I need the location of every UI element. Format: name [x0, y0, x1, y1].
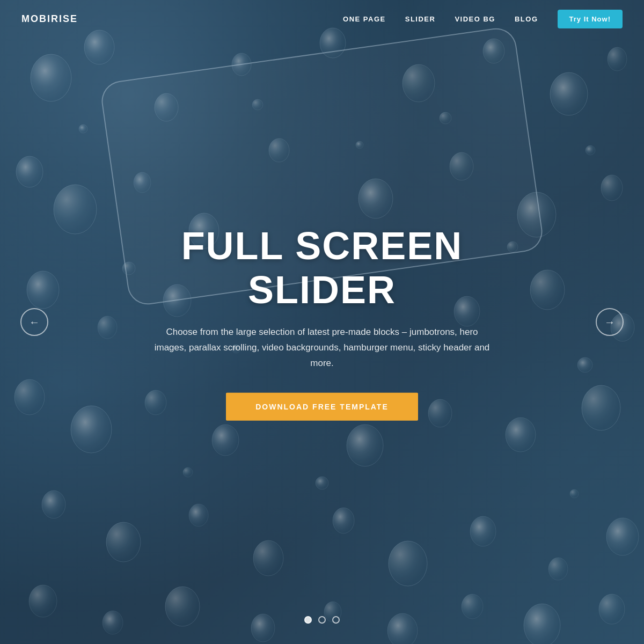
- slider-dot-1[interactable]: [304, 616, 312, 624]
- nav-link-slider[interactable]: SLIDER: [405, 15, 436, 23]
- svg-point-44: [165, 587, 200, 626]
- svg-point-0: [31, 54, 71, 101]
- arrow-left-icon: ←: [29, 316, 40, 328]
- svg-point-45: [251, 614, 275, 642]
- svg-point-18: [27, 271, 59, 309]
- svg-point-42: [29, 585, 57, 617]
- svg-point-43: [103, 611, 123, 634]
- svg-point-27: [212, 425, 239, 456]
- arrow-right-icon: →: [604, 316, 615, 328]
- slider-prev-button[interactable]: ←: [20, 308, 48, 336]
- nav-links: ONE PAGE SLIDER VIDEO BG BLOG Try It Now…: [343, 10, 623, 28]
- svg-point-35: [189, 504, 208, 526]
- svg-point-29: [347, 425, 383, 466]
- svg-point-37: [333, 508, 354, 533]
- slider-next-button[interactable]: →: [596, 308, 624, 336]
- svg-point-34: [106, 522, 141, 562]
- svg-point-39: [470, 516, 496, 546]
- hero-section: MOBIRISE ONE PAGE SLIDER VIDEO BG BLOG T…: [0, 0, 644, 644]
- nav-link-video-bg[interactable]: VIDEO BG: [455, 15, 495, 23]
- nav-cta-button[interactable]: Try It Now!: [558, 10, 623, 28]
- slider-dot-2[interactable]: [318, 616, 326, 624]
- hero-subtitle: Choose from the large selection of lates…: [150, 325, 494, 371]
- nav-link-one-page[interactable]: ONE PAGE: [343, 15, 386, 23]
- svg-point-22: [530, 270, 565, 310]
- svg-point-38: [389, 541, 427, 586]
- svg-point-32: [582, 385, 620, 430]
- svg-point-8: [608, 47, 627, 71]
- svg-point-48: [462, 594, 483, 619]
- svg-point-36: [253, 540, 283, 576]
- brand-logo: MOBIRISE: [21, 13, 78, 25]
- hero-content: FULL SCREEN SLIDER Choose from the large…: [113, 224, 531, 421]
- svg-point-49: [524, 604, 560, 644]
- hero-title: FULL SCREEN SLIDER: [113, 224, 531, 312]
- svg-point-55: [586, 145, 595, 155]
- svg-point-33: [42, 491, 65, 518]
- svg-point-60: [183, 467, 193, 477]
- svg-point-59: [577, 357, 592, 372]
- svg-point-7: [550, 72, 588, 115]
- slider-dots: [304, 616, 340, 624]
- svg-point-51: [79, 125, 87, 133]
- nav-link-blog[interactable]: BLOG: [515, 15, 538, 23]
- slider-dot-3[interactable]: [332, 616, 340, 624]
- svg-point-25: [71, 406, 112, 453]
- navbar: MOBIRISE ONE PAGE SLIDER VIDEO BG BLOG T…: [0, 0, 644, 38]
- svg-point-9: [16, 156, 43, 187]
- svg-point-40: [548, 558, 568, 580]
- svg-point-24: [14, 379, 45, 415]
- download-cta-button[interactable]: DOWNLOAD FREE TEMPLATE: [226, 392, 418, 420]
- svg-point-47: [387, 613, 418, 644]
- svg-point-31: [506, 418, 536, 452]
- svg-point-50: [599, 594, 625, 624]
- svg-point-62: [570, 489, 579, 498]
- svg-point-61: [316, 477, 328, 489]
- svg-point-17: [601, 175, 623, 201]
- svg-point-10: [54, 185, 97, 234]
- svg-point-41: [606, 518, 639, 555]
